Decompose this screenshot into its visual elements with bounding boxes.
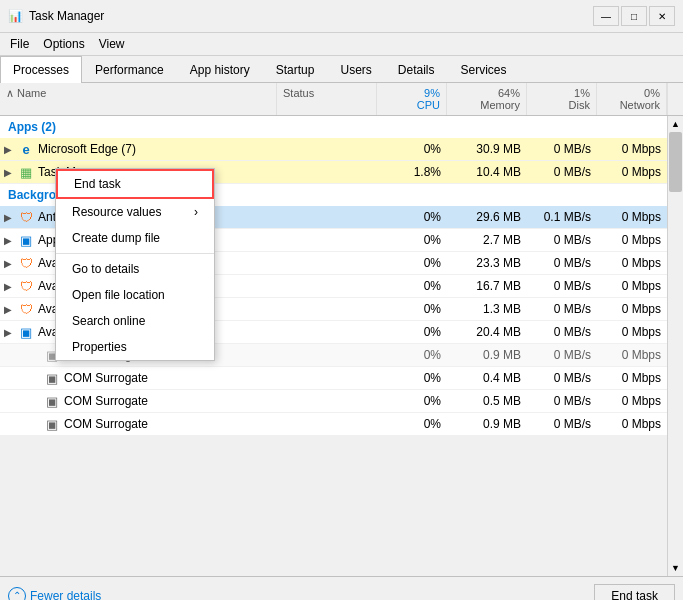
scrollbar[interactable]: ▲ ▼	[667, 116, 683, 576]
avast-icon: 🛡	[18, 278, 34, 294]
com-icon: ▣	[44, 416, 60, 432]
process-memory: 1.3 MB	[447, 299, 527, 319]
end-task-button[interactable]: End task	[594, 584, 675, 601]
content-area: Apps (2) ▶ e Microsoft Edge (7) 0% 30.9 …	[0, 116, 683, 576]
tab-startup[interactable]: Startup	[263, 56, 328, 83]
tab-details[interactable]: Details	[385, 56, 448, 83]
process-status	[277, 214, 377, 220]
tab-services[interactable]: Services	[448, 56, 520, 83]
bottom-bar: ⌃ Fewer details End task	[0, 576, 683, 600]
menu-bar: File Options View	[0, 33, 683, 56]
context-menu-open-file-location[interactable]: Open file location	[56, 282, 214, 308]
expand-arrow[interactable]: ▶	[4, 304, 12, 315]
tab-app-history[interactable]: App history	[177, 56, 263, 83]
process-status	[277, 352, 377, 358]
avast-icon: 🛡	[18, 209, 34, 225]
process-status	[277, 169, 377, 175]
process-memory: 0.4 MB	[447, 368, 527, 388]
app-icon: ▣	[18, 324, 34, 340]
process-status	[277, 398, 377, 404]
context-menu-go-to-details[interactable]: Go to details	[56, 256, 214, 282]
process-network: 0 Mbps	[597, 207, 667, 227]
app-icon: ▣	[18, 232, 34, 248]
window: 📊 Task Manager — □ ✕ File Options View P…	[0, 0, 683, 600]
process-network: 0 Mbps	[597, 230, 667, 250]
context-menu-end-task[interactable]: End task	[56, 169, 214, 199]
col-cpu[interactable]: 9% CPU	[377, 83, 447, 115]
context-menu-resource-values[interactable]: Resource values ›	[56, 199, 214, 225]
col-name[interactable]: ∧ Name	[0, 83, 277, 115]
context-menu-divider	[56, 253, 214, 254]
process-memory: 2.7 MB	[447, 230, 527, 250]
menu-options[interactable]: Options	[37, 35, 90, 53]
process-disk: 0 MB/s	[527, 391, 597, 411]
expand-arrow[interactable]: ▶	[4, 167, 12, 178]
scroll-thumb[interactable]	[669, 132, 682, 192]
process-network: 0 Mbps	[597, 368, 667, 388]
process-disk: 0 MB/s	[527, 414, 597, 434]
expand-arrow[interactable]: ▶	[4, 235, 12, 246]
process-name-edge: ▶ e Microsoft Edge (7)	[0, 138, 277, 160]
expand-arrow[interactable]: ▶	[4, 212, 12, 223]
process-status	[277, 283, 377, 289]
table-row[interactable]: ▣ COM Surrogate 0% 0.5 MB 0 MB/s 0 Mbps	[0, 390, 667, 413]
edge-icon: e	[18, 141, 34, 157]
process-status	[277, 306, 377, 312]
fewer-details-arrow-icon: ⌃	[8, 587, 26, 601]
process-memory: 23.3 MB	[447, 253, 527, 273]
menu-view[interactable]: View	[93, 35, 131, 53]
expand-arrow[interactable]: ▶	[4, 144, 12, 155]
submenu-arrow-icon: ›	[194, 205, 198, 219]
app-icon: 📊	[8, 9, 23, 23]
scroll-up-arrow[interactable]: ▲	[668, 116, 684, 132]
expand-arrow[interactable]: ▶	[4, 281, 12, 292]
process-status	[277, 237, 377, 243]
process-memory: 10.4 MB	[447, 162, 527, 182]
process-network: 0 Mbps	[597, 322, 667, 342]
context-menu-create-dump[interactable]: Create dump file	[56, 225, 214, 251]
tab-performance[interactable]: Performance	[82, 56, 177, 83]
process-cpu: 0%	[377, 368, 447, 388]
table-row[interactable]: ▶ e Microsoft Edge (7) 0% 30.9 MB 0 MB/s…	[0, 138, 667, 161]
process-disk: 0 MB/s	[527, 276, 597, 296]
context-menu-properties[interactable]: Properties	[56, 334, 214, 360]
process-network: 0 Mbps	[597, 253, 667, 273]
tab-processes[interactable]: Processes	[0, 56, 82, 83]
process-name-com2: ▣ COM Surrogate	[0, 390, 277, 412]
col-status[interactable]: Status	[277, 83, 377, 115]
process-name-com1: ▣ COM Surrogate	[0, 367, 277, 389]
context-menu-search-online[interactable]: Search online	[56, 308, 214, 334]
menu-file[interactable]: File	[4, 35, 35, 53]
process-memory: 0.9 MB	[447, 414, 527, 434]
expand-arrow[interactable]: ▶	[4, 327, 12, 338]
expand-arrow[interactable]: ▶	[4, 258, 12, 269]
process-cpu: 1.8%	[377, 162, 447, 182]
process-disk: 0 MB/s	[527, 368, 597, 388]
process-name-com3: ▣ COM Surrogate	[0, 413, 277, 435]
process-memory: 20.4 MB	[447, 322, 527, 342]
process-disk: 0.1 MB/s	[527, 207, 597, 227]
scroll-header-spacer	[667, 83, 683, 115]
scroll-track[interactable]	[668, 132, 683, 560]
table-row[interactable]: ▣ COM Surrogate 0% 0.4 MB 0 MB/s 0 Mbps	[0, 367, 667, 390]
avast-icon: 🛡	[18, 301, 34, 317]
col-disk[interactable]: 1% Disk	[527, 83, 597, 115]
tab-users[interactable]: Users	[327, 56, 384, 83]
window-title: Task Manager	[29, 9, 104, 23]
process-disk: 0 MB/s	[527, 322, 597, 342]
process-memory: 30.9 MB	[447, 139, 527, 159]
process-status	[277, 421, 377, 427]
process-disk: 0 MB/s	[527, 230, 597, 250]
col-network[interactable]: 0% Network	[597, 83, 667, 115]
minimize-button[interactable]: —	[593, 6, 619, 26]
maximize-button[interactable]: □	[621, 6, 647, 26]
title-bar-left: 📊 Task Manager	[8, 9, 104, 23]
process-network: 0 Mbps	[597, 299, 667, 319]
fewer-details-button[interactable]: ⌃ Fewer details	[8, 587, 101, 601]
table-row[interactable]: ▣ COM Surrogate 0% 0.9 MB 0 MB/s 0 Mbps	[0, 413, 667, 436]
col-memory[interactable]: 64% Memory	[447, 83, 527, 115]
table-header: ∧ Name Status 9% CPU 64% Memory 1% Disk …	[0, 83, 683, 116]
scroll-down-arrow[interactable]: ▼	[668, 560, 684, 576]
process-network: 0 Mbps	[597, 414, 667, 434]
close-button[interactable]: ✕	[649, 6, 675, 26]
